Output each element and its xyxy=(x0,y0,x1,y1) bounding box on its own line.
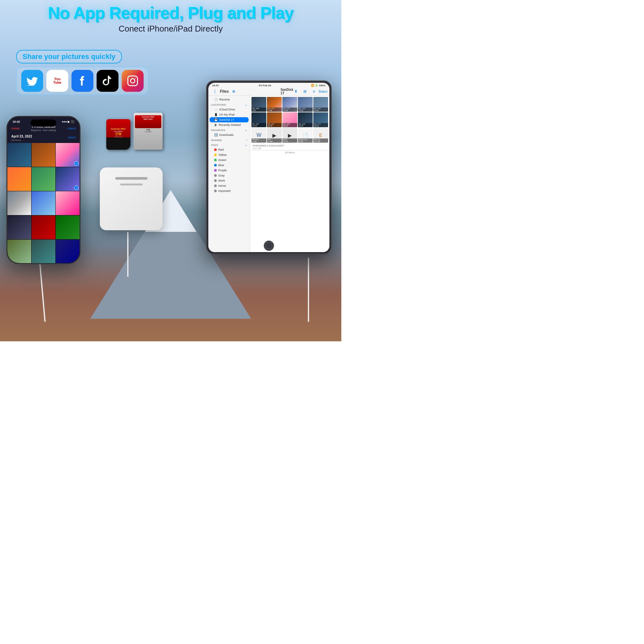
svg-rect-0 xyxy=(128,76,137,86)
sidebar-tag-blue[interactable]: Blue xyxy=(210,163,249,168)
ipad-select-button[interactable]: Select xyxy=(320,88,326,95)
ipad-photo-10[interactable]: IMG_2772489 KB xyxy=(313,112,328,127)
photo-cell-2[interactable] xyxy=(32,143,55,167)
ipad-file-2[interactable]: ▶ tiktok375 MB xyxy=(267,128,282,143)
sidebar-tag-purple[interactable]: Purple xyxy=(210,168,249,173)
ipad-time: 10:47 xyxy=(212,84,219,87)
photo-cell-3[interactable]: ✓ xyxy=(56,143,80,167)
ipad-back-icon[interactable]: ⟨ xyxy=(212,88,218,95)
photo-date: April 23, 2022 xyxy=(11,135,32,138)
micro-sd-capacity: 1TB xyxy=(115,132,121,136)
ipad-home-button[interactable] xyxy=(264,241,274,251)
photo-cell-6[interactable]: ✓ xyxy=(56,167,80,191)
ipad-photo-9[interactable]: IMG_3109489 KB xyxy=(298,112,313,127)
phone-sub-header: April 23, 2022 38 Items Select xyxy=(7,133,80,143)
photo-cell-11[interactable] xyxy=(32,215,55,239)
photo-cell-1[interactable] xyxy=(7,143,31,167)
photo-cell-4[interactable] xyxy=(7,167,31,191)
facebook-icon[interactable] xyxy=(71,70,93,92)
phone-notch xyxy=(31,119,56,127)
delete-button[interactable]: Delete xyxy=(11,127,20,130)
ipad-photo-2[interactable]: IMG_03730.5 MB xyxy=(267,97,282,112)
sidebar-tag-green[interactable]: Green xyxy=(210,157,249,163)
sd-stripe: Extreme PRO SDXC UHS-I xyxy=(135,115,161,128)
ipad-photo-grid: IMG_20893 MB IMG_03730.5 MB IMG_3757200 … xyxy=(250,96,329,144)
ipad-folder-title: SanDisk 1T xyxy=(284,88,290,95)
sidebar-tag-home[interactable]: Home xyxy=(210,183,249,188)
ipad-grid-icon[interactable]: ⊞ xyxy=(302,88,308,95)
card-reader xyxy=(100,167,163,230)
ipad-photo-4[interactable]: IMG_3753775 KB xyxy=(298,97,313,112)
sidebar-item-recents[interactable]: 🕐 Recents xyxy=(210,97,249,102)
ipad-file-1[interactable]: W Hello.docx1.4 MB xyxy=(251,128,266,143)
sidebar-section-shared: Shared › xyxy=(208,137,250,142)
sidebar-item-on-my-ipad[interactable]: 📱 On My iPad xyxy=(210,112,249,117)
ipad-photo-3[interactable]: IMG_3757200 KB xyxy=(282,97,297,112)
import-button[interactable]: Import xyxy=(67,127,76,130)
sidebar-item-icloud[interactable]: ☁️ iCloud Drive xyxy=(210,107,249,112)
sidebar-tag-gray[interactable]: Gray xyxy=(210,173,249,178)
micro-sd-card: Extreme PRO microSDXC 1TB V30 A2 U3 xyxy=(106,119,130,150)
ipad-screen: 10:47 Fri Feb 24 📶 🔋 100% ⟨ Files ⊕ SanD… xyxy=(208,83,329,252)
ipad-count-bar: 24 Items xyxy=(250,150,329,155)
phone-signal: ●●● ▶ ⬛ xyxy=(62,120,74,123)
photo-cell-5[interactable] xyxy=(32,167,55,191)
photo-cell-14[interactable] xyxy=(32,240,55,263)
main-subtitle: Conect iPhone/iPad Directly xyxy=(0,24,341,34)
cable-reader xyxy=(127,232,128,277)
ipad-file-3[interactable]: ▶ tiktok2710 KB xyxy=(282,128,297,143)
photo-cell-8[interactable] xyxy=(32,191,55,215)
card-reader-body xyxy=(100,167,163,230)
sidebar-tag-work[interactable]: Work xyxy=(210,178,249,183)
sidebar-tag-important[interactable]: Important xyxy=(210,188,249,194)
phone-mockup: 10:42 ●●● ▶ ⬛ Delete 2 Photos Selected I… xyxy=(6,116,81,264)
phone-photo-grid: ✓ ✓ xyxy=(7,143,80,263)
twitter-icon[interactable] xyxy=(21,70,43,92)
sidebar-item-sandisk[interactable]: 💾 SanDisk 1T xyxy=(210,117,249,122)
sidebar-section-favorites: Favorites ⌄ xyxy=(208,128,250,132)
ipad-sort-icon[interactable]: ≡ xyxy=(311,88,317,95)
phone-screen: 10:42 ●●● ▶ ⬛ Delete 2 Photos Selected I… xyxy=(7,117,80,263)
ipad-photo-7[interactable]: IMG_3197480 KB xyxy=(267,112,282,127)
sd-cards-container: Extreme PRO microSDXC 1TB V30 A2 U3 Extr… xyxy=(106,113,163,150)
reader-slot-micro xyxy=(115,177,147,180)
ipad-device: 10:47 Fri Feb 24 📶 🔋 100% ⟨ Files ⊕ SanD… xyxy=(206,81,332,254)
sd-card-label: Extreme PRO SDXC UHS-I xyxy=(135,115,161,121)
ipad-nav-bar: ⟨ Files ⊕ SanDisk 1T ⬆ ⊞ ≡ Select xyxy=(208,88,329,96)
sd-speed: 170 MB/s xyxy=(145,131,151,133)
photo-cell-7[interactable] xyxy=(7,191,31,215)
sidebar-tag-yellow[interactable]: Yellow xyxy=(210,152,249,157)
ipad-photo-6[interactable]: IMG_3100752 KB xyxy=(251,112,266,127)
photo-cell-10[interactable] xyxy=(7,215,31,239)
photo-count: 38 Items xyxy=(11,139,32,142)
ever-file-label: EVER180820-1 E1018-016327 xyxy=(251,144,328,147)
sidebar-item-downloads[interactable]: ⬇️ Downloads xyxy=(210,132,249,137)
cable-ipad xyxy=(308,258,309,322)
tiktok-icon[interactable] xyxy=(97,70,118,92)
ipad-file-4[interactable]: 📄 amazon.co.jp8.4 MB xyxy=(298,128,313,143)
sidebar-section-tags: Tags ⌄ xyxy=(208,142,250,147)
ipad-share-icon[interactable]: ⬆ xyxy=(293,88,299,95)
sd-card: Extreme PRO SDXC UHS-I 1TB 170 MB/s xyxy=(134,113,163,150)
photo-cell-13[interactable] xyxy=(7,240,31,263)
sidebar-tag-red[interactable]: Red xyxy=(210,147,249,152)
ipad-photo-8[interactable]: IMG_3108489 KB xyxy=(282,112,297,127)
youtube-icon[interactable]: YouTube xyxy=(46,70,68,92)
phone-device: 10:42 ●●● ▶ ⬛ Delete 2 Photos Selected I… xyxy=(6,116,81,264)
sidebar-item-recently-deleted[interactable]: 🗑 Recently Deleted xyxy=(210,122,249,128)
photo-cell-12[interactable] xyxy=(56,215,80,239)
ipad-add-icon[interactable]: ⊕ xyxy=(231,88,237,95)
ipad-photo-1[interactable]: IMG_20893 MB xyxy=(251,97,266,112)
sidebar-section-locations: Locations ⌄ xyxy=(208,102,250,107)
select-button[interactable]: Select xyxy=(68,136,76,139)
ipad-nav-actions: SanDisk 1T ⬆ ⊞ ≡ Select xyxy=(284,88,326,95)
ipad-file-5[interactable]: E IMG_518...116.2 MB xyxy=(313,128,328,143)
ipad-photo-5[interactable]: IMG_3762634 KB xyxy=(313,97,328,112)
micro-sd-spec: V30 A2 U3 xyxy=(115,136,122,138)
ipad-main-content: IMG_20893 MB IMG_03730.5 MB IMG_3757200 … xyxy=(250,96,329,252)
photo-cell-9[interactable] xyxy=(56,191,80,215)
ipad-home-inner xyxy=(266,242,272,249)
instagram-icon[interactable] xyxy=(122,70,144,92)
social-label: Share your pictures quickly xyxy=(16,50,122,63)
photo-cell-15[interactable] xyxy=(56,240,80,263)
